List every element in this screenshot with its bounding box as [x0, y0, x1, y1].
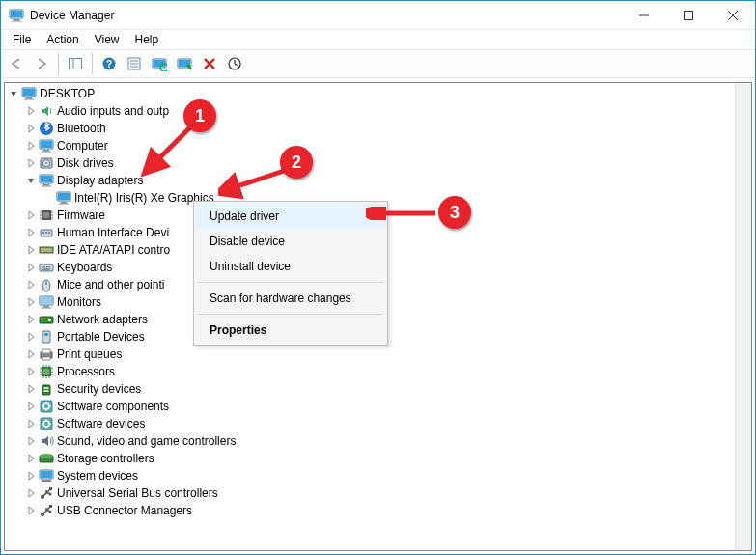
expand-icon[interactable]	[26, 332, 38, 342]
tree-item[interactable]: Software components	[5, 398, 751, 415]
tree-item[interactable]: Storage controllers	[5, 450, 751, 467]
tree-item-label: Storage controllers	[57, 450, 154, 467]
svg-rect-44	[43, 212, 49, 218]
svg-rect-31	[42, 152, 51, 153]
tree-item[interactable]: Display adapters	[5, 172, 751, 189]
help-button[interactable]: ?	[98, 52, 121, 75]
expand-icon[interactable]	[26, 488, 38, 498]
close-button[interactable]	[711, 1, 755, 29]
tree-item[interactable]: Sound, video and game controllers	[5, 432, 751, 450]
tree-item-label: Keyboards	[57, 259, 112, 276]
menu-action[interactable]: Action	[39, 32, 86, 47]
tree-item-label: System devices	[57, 467, 138, 485]
tree-item[interactable]: USB Connector Managers	[5, 502, 751, 519]
menu-item[interactable]: Disable device	[196, 229, 385, 254]
scan-hardware-button[interactable]	[148, 52, 171, 75]
tree-item[interactable]: Processors	[5, 363, 751, 380]
svg-rect-40	[58, 193, 70, 200]
expand-icon[interactable]	[26, 471, 38, 481]
tree-item[interactable]: System devices	[5, 467, 751, 485]
expand-icon[interactable]	[26, 124, 38, 133]
window-title: Device Manager	[30, 9, 622, 22]
expand-icon[interactable]	[26, 506, 38, 515]
svg-rect-72	[43, 306, 49, 308]
expand-icon[interactable]	[26, 228, 38, 237]
expand-icon[interactable]	[26, 349, 38, 359]
collapse-icon[interactable]	[9, 89, 20, 98]
tree-item[interactable]: Computer	[5, 137, 751, 154]
svg-rect-80	[42, 357, 50, 360]
minimize-button[interactable]	[622, 1, 666, 29]
annotation-badge-1: 1	[183, 99, 216, 132]
menu-file[interactable]: File	[5, 32, 39, 47]
tree-item[interactable]: Software devices	[5, 415, 751, 432]
back-button[interactable]	[5, 52, 28, 75]
uninstall-button[interactable]	[198, 52, 221, 75]
expand-icon[interactable]	[26, 402, 38, 411]
tree-item-label: Bluetooth	[57, 120, 106, 137]
expand-icon[interactable]	[26, 384, 38, 394]
expand-icon[interactable]	[26, 210, 38, 220]
expand-icon[interactable]	[26, 297, 38, 307]
context-menu: Update driverDisable deviceUninstall dev…	[193, 201, 388, 346]
svg-rect-82	[43, 369, 49, 375]
tree-item[interactable]: Print queues	[5, 346, 751, 363]
expand-icon[interactable]	[26, 280, 38, 290]
svg-rect-63	[42, 266, 43, 268]
svg-rect-66	[49, 266, 51, 268]
svg-point-112	[49, 511, 52, 513]
expand-icon[interactable]	[26, 106, 38, 116]
expand-icon[interactable]	[26, 245, 38, 255]
expand-icon[interactable]	[26, 315, 38, 324]
properties-button[interactable]	[123, 52, 146, 75]
menu-help[interactable]: Help	[127, 32, 167, 47]
app-icon	[9, 8, 24, 23]
expand-icon[interactable]	[26, 141, 38, 151]
menu-view[interactable]: View	[87, 32, 127, 47]
tree-item-label: Monitors	[57, 293, 101, 311]
svg-rect-38	[42, 186, 51, 187]
forward-button[interactable]	[30, 52, 53, 75]
svg-rect-41	[61, 202, 67, 204]
svg-rect-36	[41, 176, 52, 182]
expand-icon[interactable]	[26, 367, 38, 376]
menu-item[interactable]: Update driver	[196, 204, 385, 229]
expand-icon[interactable]	[26, 419, 38, 429]
svg-rect-64	[44, 266, 46, 268]
tree-item-label: Universal Serial Bus controllers	[57, 485, 218, 502]
toolbar-separator	[92, 53, 93, 74]
svg-rect-29	[41, 141, 52, 148]
collapse-icon[interactable]	[26, 176, 38, 185]
menu-item[interactable]: Scan for hardware changes	[196, 286, 385, 311]
add-legacy-button[interactable]	[173, 52, 196, 75]
tree-item[interactable]: Disk drives	[5, 154, 751, 172]
svg-rect-106	[42, 480, 51, 482]
tree-item[interactable]: Universal Serial Bus controllers	[5, 485, 751, 502]
svg-rect-2	[14, 19, 19, 21]
tree-item[interactable]: Security devices	[5, 380, 751, 398]
show-hide-tree-button[interactable]	[64, 52, 87, 75]
maximize-button[interactable]	[666, 1, 711, 29]
svg-point-53	[45, 232, 47, 234]
menu-item[interactable]: Uninstall device	[196, 254, 385, 279]
tree-item-label: Audio inputs and outp	[57, 102, 169, 120]
svg-rect-73	[42, 308, 51, 309]
expand-icon[interactable]	[26, 158, 38, 168]
tree-item-label: USB Connector Managers	[57, 502, 192, 519]
tree-item-label: Human Interface Devi	[57, 224, 169, 241]
menu-item[interactable]: Properties	[196, 318, 385, 343]
tree-item[interactable]: Bluetooth	[5, 120, 751, 137]
expand-icon[interactable]	[26, 263, 38, 272]
menu-separator	[197, 282, 384, 283]
tree-item-label: Network adapters	[57, 311, 148, 328]
expand-icon[interactable]	[26, 454, 38, 463]
tree-item[interactable]: Audio inputs and outp	[5, 102, 751, 120]
tree-root[interactable]: DESKTOP	[5, 85, 751, 102]
vertical-scrollbar[interactable]	[735, 83, 751, 550]
expand-icon[interactable]	[26, 436, 38, 446]
svg-point-52	[42, 232, 44, 234]
update-driver-button[interactable]	[223, 52, 246, 75]
svg-point-109	[49, 493, 52, 496]
svg-point-54	[48, 232, 50, 234]
tree-item-label: Computer	[57, 137, 108, 154]
